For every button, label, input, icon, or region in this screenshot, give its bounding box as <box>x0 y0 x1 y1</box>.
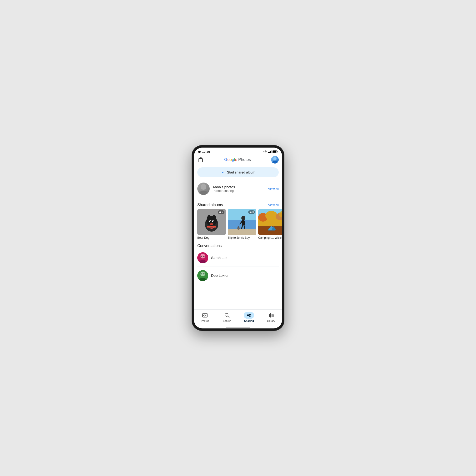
albums-scroll[interactable]: 2 Bear Dog <box>194 209 282 240</box>
nav-photos[interactable]: Photos <box>194 311 216 323</box>
svg-line-33 <box>244 221 245 225</box>
svg-rect-8 <box>199 158 203 162</box>
album-thumb-bear-dog: 2 <box>197 209 226 235</box>
svg-point-63 <box>247 314 249 316</box>
svg-point-30 <box>241 216 245 221</box>
shared-album-icon <box>221 170 225 174</box>
sharing-nav-icon <box>246 313 252 318</box>
conversation-sarah[interactable]: Sarah Luz <box>194 250 282 266</box>
svg-rect-7 <box>273 151 276 153</box>
sharing-nav-label: Sharing <box>244 319 254 322</box>
svg-rect-67 <box>270 313 271 318</box>
svg-rect-31 <box>242 221 244 225</box>
svg-point-20 <box>210 221 211 222</box>
status-bar: 12:30 <box>194 148 282 154</box>
google-wordmark: Google <box>224 157 237 162</box>
shared-albums-title: Shared albums <box>197 203 223 207</box>
camping-photo <box>258 209 282 235</box>
svg-point-37 <box>238 226 239 228</box>
divider-1 <box>197 198 279 198</box>
svg-rect-68 <box>272 314 272 317</box>
album-label-2: Trip to Jervis Bay <box>228 236 256 240</box>
badge-count-2: 3 <box>252 211 254 214</box>
badge-count-1: 2 <box>222 211 223 214</box>
svg-point-9 <box>273 157 276 160</box>
signal-icon <box>268 151 272 153</box>
svg-point-39 <box>251 211 252 212</box>
album-item-jervis-bay[interactable]: 3 Trip to Jervis Bay <box>228 209 256 240</box>
photos-nav-icon <box>202 313 207 318</box>
search-nav-icon <box>224 313 230 318</box>
partner-subtitle: Partner sharing <box>213 189 265 192</box>
album-item-camping[interactable]: Camping i… Wicklow <box>258 209 282 240</box>
battery-icon <box>272 151 278 153</box>
nav-search[interactable]: Search <box>216 311 238 323</box>
shared-albums-view-all[interactable]: View all <box>268 203 279 207</box>
album-people-badge-2: 3 <box>248 210 255 214</box>
photos-nav-label: Photos <box>201 319 209 322</box>
search-nav-icon-wrap <box>222 312 232 319</box>
photos-nav-icon-wrap <box>200 312 210 319</box>
status-time-area: 12:30 <box>198 150 210 153</box>
dog-illustration <box>202 211 221 233</box>
partner-section: Aana's photos Partner sharing View all <box>194 181 282 197</box>
conversations-section: Conversations Sarah Luz <box>194 240 282 285</box>
shared-albums-header: Shared albums View all <box>194 199 282 209</box>
svg-rect-3 <box>270 151 271 153</box>
svg-rect-29 <box>228 229 256 235</box>
svg-rect-4 <box>271 151 272 153</box>
wifi-icon <box>263 151 267 153</box>
svg-point-10 <box>272 161 277 164</box>
bottom-nav: Photos Search <box>194 309 282 326</box>
svg-rect-59 <box>203 313 207 317</box>
svg-point-44 <box>265 211 277 221</box>
dee-avatar-img <box>197 270 208 281</box>
partner-info: Aana's photos Partner sharing <box>213 185 265 192</box>
conversation-dee[interactable]: Dee Loxton <box>194 268 282 284</box>
main-scroll[interactable]: Start shared album Aana's photos Partner… <box>194 166 282 309</box>
album-label-1: Bear Dog <box>197 236 226 240</box>
svg-rect-58 <box>203 273 205 274</box>
sarah-name: Sarah Luz <box>211 255 227 260</box>
shop-icon[interactable] <box>197 156 204 163</box>
partner-view-all[interactable]: View all <box>268 187 279 191</box>
search-nav-label: Search <box>223 319 231 322</box>
shared-album-label: Start shared album <box>227 170 255 174</box>
nav-library[interactable]: Library <box>260 311 282 323</box>
svg-rect-24 <box>207 226 216 227</box>
dee-avatar <box>197 270 208 281</box>
svg-point-23 <box>210 223 213 225</box>
sarah-avatar-img <box>197 252 208 263</box>
sarah-avatar <box>197 252 208 263</box>
status-icons <box>263 151 278 153</box>
phone-screen: 12:30 <box>194 148 282 328</box>
user-avatar[interactable] <box>271 156 279 164</box>
nav-sharing[interactable]: Sharing <box>238 311 260 323</box>
album-item-bear-dog[interactable]: 2 Bear Dog <box>197 209 226 240</box>
phone-frame: 12:30 <box>192 145 284 331</box>
svg-point-21 <box>213 221 214 222</box>
sharing-nav-icon-wrap <box>244 312 254 319</box>
home-indicator <box>226 327 250 328</box>
svg-rect-66 <box>269 314 270 317</box>
divider-conv <box>197 267 279 267</box>
svg-line-62 <box>228 316 229 318</box>
user-avatar-img <box>271 156 279 164</box>
partner-avatar[interactable] <box>197 183 210 195</box>
svg-point-0 <box>265 153 266 153</box>
album-thumb-camping <box>258 209 282 235</box>
photos-wordmark: Photos <box>238 157 251 162</box>
svg-rect-69 <box>273 314 274 317</box>
app-header: Google Photos <box>194 154 282 166</box>
clock: 12:30 <box>202 150 210 153</box>
start-shared-album-button[interactable]: Start shared album <box>197 167 279 177</box>
camping-illustration <box>258 209 282 235</box>
svg-rect-52 <box>200 255 202 256</box>
svg-rect-1 <box>268 152 269 153</box>
album-thumb-jervis-bay: 3 <box>228 209 256 235</box>
svg-point-26 <box>220 211 221 212</box>
svg-rect-57 <box>200 273 202 274</box>
album-label-3: Camping i… Wicklow <box>258 236 282 240</box>
partner-name: Aana's photos <box>213 185 265 189</box>
people-icon-1 <box>219 211 221 213</box>
